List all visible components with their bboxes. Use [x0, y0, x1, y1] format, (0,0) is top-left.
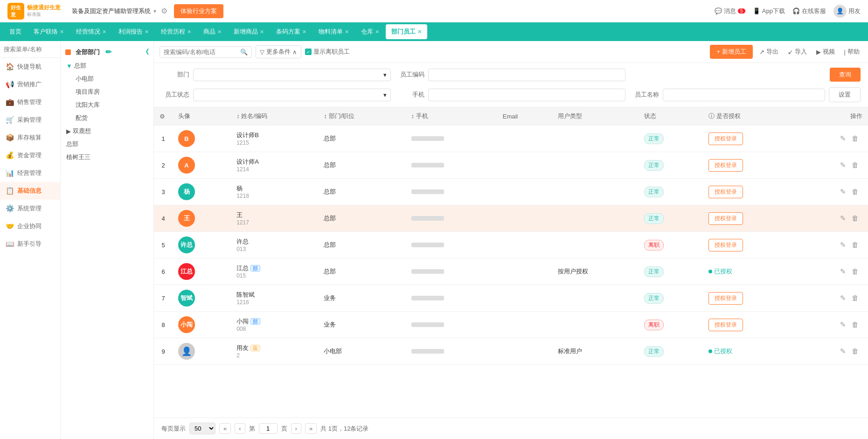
edit-icon[interactable]: ✎	[840, 134, 846, 142]
empcode-filter-input[interactable]	[428, 69, 626, 81]
sidebar-item-inventory[interactable]: 📦 库存核算	[0, 129, 60, 146]
tab-journey[interactable]: 经营历程✕	[155, 24, 197, 39]
sidebar-item-guide[interactable]: 📖 新手引导	[0, 235, 60, 253]
col-name[interactable]: ↕ 姓名/编码	[231, 107, 318, 125]
query-button[interactable]: 查询	[830, 68, 861, 82]
delete-icon[interactable]: 🗑	[852, 294, 859, 302]
tab-material[interactable]: 物料清单✕	[313, 24, 354, 39]
message-button[interactable]: 💬 消息 5	[715, 7, 745, 15]
sidebar-item-collab[interactable]: 🤝 企业协同	[0, 217, 60, 235]
filter-button[interactable]: ▽ 更多条件 ∧	[256, 45, 301, 58]
last-page-button[interactable]: »	[305, 423, 317, 434]
tab-employees[interactable]: 部门员工✕	[386, 24, 427, 39]
col-phone[interactable]: ↕ 手机	[406, 107, 497, 125]
edit-icon[interactable]: ✎	[840, 294, 846, 302]
sidebar-item-purchase[interactable]: 🛒 采购管理	[0, 111, 60, 129]
first-page-button[interactable]: «	[219, 423, 231, 434]
online-service-button[interactable]: 🎧 在线客服	[792, 7, 826, 15]
edit-icon[interactable]: ✎	[840, 161, 846, 169]
sidebar-item-ops[interactable]: 📊 经营管理	[0, 164, 60, 182]
auth-login-button[interactable]: 授权登录	[708, 186, 743, 198]
sidebar-item-shortcut[interactable]: 🏠 快捷导航	[0, 58, 60, 76]
dept-tree-item-xiangmu[interactable]: 项目库房	[70, 85, 152, 98]
dept-tree-item-zhishu[interactable]: 植树王三	[62, 151, 152, 164]
tab-business[interactable]: 经营情况✕	[70, 24, 112, 39]
tab-home[interactable]: 首页	[4, 24, 27, 39]
app-download-button[interactable]: 📱 App下载	[753, 7, 785, 15]
delete-icon[interactable]: 🗑	[852, 347, 859, 355]
close-icon[interactable]: ✕	[102, 29, 106, 35]
edit-icon[interactable]: ✎	[840, 188, 846, 195]
per-page-select[interactable]: 50 100 200	[189, 423, 215, 434]
auth-login-button[interactable]: 授权登录	[708, 292, 743, 305]
add-employee-button[interactable]: + 新增员工	[710, 45, 752, 59]
tab-warehouse[interactable]: 仓库✕	[355, 24, 385, 39]
delete-icon[interactable]: 🗑	[852, 214, 859, 222]
edit-icon[interactable]: ✎	[840, 321, 846, 328]
delete-icon[interactable]: 🗑	[852, 267, 859, 275]
prev-page-button[interactable]: ‹	[235, 423, 245, 434]
dept-tree-item-zongbu-root[interactable]: ▼ 总部	[62, 59, 152, 72]
close-icon[interactable]: ✕	[302, 29, 306, 35]
import-button[interactable]: ↙ 导入	[785, 46, 810, 58]
delete-icon[interactable]: 🗑	[852, 188, 859, 195]
sidebar-item-basic[interactable]: 📋 基础信息	[0, 182, 60, 200]
edit-icon[interactable]: ✎	[840, 241, 846, 249]
show-resigned-toggle[interactable]: ✓ 显示离职员工	[305, 48, 350, 56]
page-input[interactable]	[259, 423, 278, 434]
gear-icon[interactable]: ⚙	[161, 7, 167, 15]
trial-button[interactable]: 体验行业方案	[174, 4, 223, 18]
close-icon[interactable]: ✕	[187, 29, 191, 35]
col-settings[interactable]: ⚙	[154, 107, 173, 125]
sidebar-item-finance[interactable]: 💰 资金管理	[0, 146, 60, 164]
sidebar-item-system[interactable]: ⚙️ 系统管理	[0, 200, 60, 217]
auth-login-button[interactable]: 授权登录	[708, 212, 743, 225]
tab-customer[interactable]: 客户联络✕	[28, 24, 69, 39]
dept-tree-item-shenyang[interactable]: 沈阳大库	[70, 98, 152, 111]
close-icon[interactable]: ✕	[260, 29, 264, 35]
user-menu[interactable]: 👤 用友	[833, 5, 861, 18]
auth-login-button[interactable]: 授权登录	[708, 132, 743, 145]
edit-icon[interactable]: ✎	[840, 347, 846, 355]
delete-icon[interactable]: 🗑	[852, 161, 859, 169]
dept-collapse-icon[interactable]: 《	[142, 48, 149, 56]
auth-login-button[interactable]: 授权登录	[708, 319, 743, 331]
close-icon[interactable]: ✕	[375, 29, 379, 35]
col-dept[interactable]: ↕ 部门/职位	[318, 107, 405, 125]
auth-login-button[interactable]: 授权登录	[708, 159, 743, 172]
close-icon[interactable]: ✕	[417, 29, 422, 35]
edit-icon[interactable]: ✎	[840, 214, 846, 222]
search-input[interactable]	[4, 46, 61, 53]
close-icon[interactable]: ✕	[60, 29, 64, 35]
dept-tree-item-shuanglu[interactable]: ▶ 双鹿想	[62, 125, 152, 138]
status-filter-select[interactable]: ▾	[193, 89, 391, 101]
dept-filter-select[interactable]: ▾	[193, 69, 391, 81]
dept-edit-icon[interactable]: ✏	[105, 48, 111, 56]
tab-goods[interactable]: 商品✕	[198, 24, 227, 39]
dropdown-arrow-icon[interactable]: ▾	[153, 8, 156, 14]
empname-filter-input[interactable]	[663, 89, 825, 101]
tab-add-goods[interactable]: 新增商品✕	[228, 24, 270, 39]
delete-icon[interactable]: 🗑	[852, 134, 859, 142]
view-button[interactable]: ▶ 视频	[813, 46, 838, 58]
auth-login-button[interactable]: 授权登录	[708, 239, 743, 251]
sidebar-item-sales[interactable]: 💼 销售管理	[0, 93, 60, 111]
delete-icon[interactable]: 🗑	[852, 241, 859, 249]
dept-tree-item-zongbu[interactable]: 总部	[62, 138, 152, 151]
phone-filter-input[interactable]	[428, 89, 626, 101]
close-icon[interactable]: ✕	[145, 29, 149, 35]
close-icon[interactable]: ✕	[217, 29, 222, 35]
dept-tree-item-peihuo[interactable]: 配货	[70, 111, 152, 125]
search-input[interactable]	[164, 49, 238, 56]
dept-tree-item-xiaodian[interactable]: 小电部	[70, 72, 152, 85]
tab-barcode[interactable]: 条码方案✕	[271, 24, 312, 39]
tab-profit[interactable]: 利润报告✕	[113, 24, 154, 39]
delete-icon[interactable]: 🗑	[852, 321, 859, 328]
reset-button[interactable]: 设置	[829, 87, 861, 102]
next-page-button[interactable]: ›	[291, 423, 301, 434]
help-button[interactable]: | 帮助	[841, 46, 862, 58]
export-button[interactable]: ↗ 导出	[757, 46, 781, 58]
close-icon[interactable]: ✕	[345, 29, 349, 35]
edit-icon[interactable]: ✎	[840, 267, 846, 275]
sidebar-item-marketing[interactable]: 📢 营销推广	[0, 76, 60, 93]
